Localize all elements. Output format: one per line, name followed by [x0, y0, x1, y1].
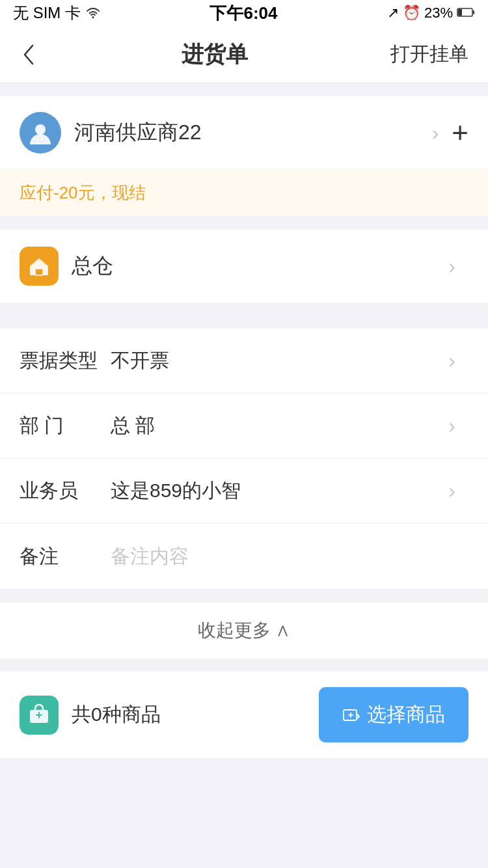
supplier-chevron-icon: › — [432, 121, 439, 145]
location-icon: ↗ — [387, 5, 399, 21]
notice-bar: 应付-20元，现结 — [0, 170, 488, 217]
status-time: 下午6:04 — [210, 2, 277, 25]
battery-icon — [457, 5, 475, 21]
invoice-type-label: 票据类型 — [20, 347, 98, 374]
battery-text: 23% — [424, 5, 453, 21]
form-section: 票据类型 不开票 › 部 门 总 部 › 业务员 这是859的小智 › 备注 备… — [0, 316, 488, 589]
nav-bar: 进货单 打开挂单 — [0, 26, 488, 83]
open-pending-button[interactable]: 打开挂单 — [390, 41, 468, 68]
alarm-icon: ⏰ — [403, 5, 420, 21]
main-content: 河南供应商22 › + 应付-20元，现结 总仓 › 票据类型 不开票 › — [0, 83, 488, 868]
department-row[interactable]: 部 门 总 部 › — [0, 394, 488, 459]
department-chevron-icon: › — [448, 414, 455, 438]
salesperson-row[interactable]: 业务员 这是859的小智 › — [0, 459, 488, 524]
select-product-label: 选择商品 — [367, 701, 445, 728]
wifi-icon — [86, 4, 100, 22]
section-gap-1 — [0, 83, 488, 96]
status-left: 无 SIM 卡 — [13, 3, 100, 23]
product-count: 共0种商品 — [72, 701, 319, 728]
svg-rect-4 — [35, 269, 43, 275]
salesperson-chevron-icon: › — [448, 479, 455, 503]
remark-input[interactable]: 备注内容 — [98, 543, 468, 570]
bottom-bar: 共0种商品 选择商品 — [0, 671, 488, 758]
department-label: 部 门 — [20, 413, 98, 439]
invoice-type-row[interactable]: 票据类型 不开票 › — [0, 329, 488, 394]
warehouse-name: 总仓 — [72, 252, 448, 280]
salesperson-label: 业务员 — [20, 478, 98, 504]
back-button[interactable] — [20, 40, 39, 69]
svg-rect-1 — [458, 9, 462, 16]
section-gap-2 — [0, 217, 488, 230]
invoice-type-chevron-icon: › — [448, 349, 455, 373]
supplier-name: 河南供应商22 — [74, 118, 432, 147]
section-gap-3 — [0, 316, 488, 329]
svg-point-3 — [35, 124, 46, 135]
notice-text: 应付-20元，现结 — [20, 183, 146, 202]
page-title: 进货单 — [182, 40, 248, 70]
warehouse-icon — [20, 247, 59, 286]
status-right: ↗ ⏰ 23% — [387, 5, 475, 21]
product-icon — [20, 696, 59, 735]
svg-rect-2 — [473, 10, 474, 14]
remark-row[interactable]: 备注 备注内容 — [0, 524, 488, 589]
supplier-row[interactable]: 河南供应商22 › + — [0, 96, 488, 170]
no-sim-text: 无 SIM 卡 — [13, 3, 81, 23]
salesperson-value: 这是859的小智 — [98, 478, 448, 504]
invoice-type-value: 不开票 — [98, 347, 448, 374]
status-bar: 无 SIM 卡 下午6:04 ↗ ⏰ 23% — [0, 0, 488, 26]
collapse-button[interactable]: 收起更多 ∧ — [0, 602, 488, 658]
remark-label: 备注 — [20, 543, 98, 570]
add-supplier-button[interactable]: + — [452, 118, 468, 147]
supplier-avatar — [20, 112, 61, 154]
warehouse-row[interactable]: 总仓 › — [0, 230, 488, 303]
warehouse-chevron-icon: › — [448, 254, 455, 278]
select-product-button[interactable]: 选择商品 — [319, 687, 468, 742]
department-value: 总 部 — [98, 413, 448, 439]
